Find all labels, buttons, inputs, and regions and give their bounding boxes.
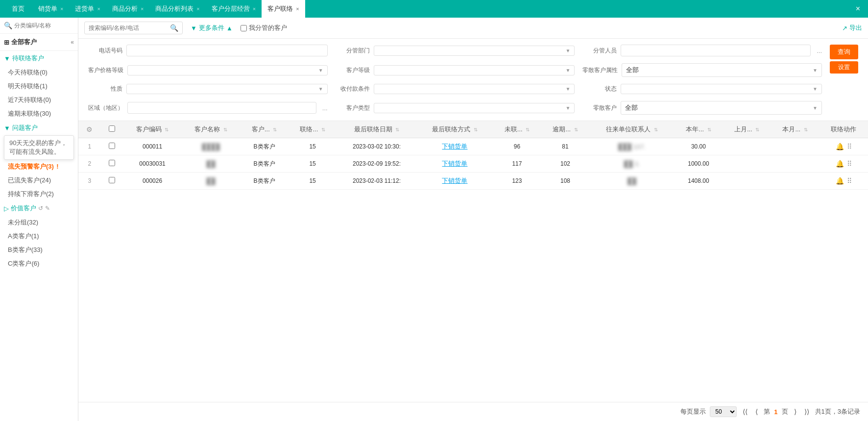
select-all-checkbox[interactable] xyxy=(109,125,115,132)
sidebar-all-customers[interactable]: ⊞ 全部客户 « xyxy=(0,34,78,51)
filter-phone-input[interactable] xyxy=(126,45,328,56)
row-action-contact-icon[interactable]: 🔔 xyxy=(836,143,844,150)
row-action-contact-icon[interactable]: 🔔 xyxy=(836,177,844,185)
nav-customer-tier-close[interactable]: × xyxy=(253,6,256,12)
sort-type-icon[interactable]: ⇅ xyxy=(273,127,277,132)
sort-this-year-icon[interactable]: ⇅ xyxy=(707,127,711,132)
nav-tab-analysis-list[interactable]: 商品分析列表 × xyxy=(149,0,205,18)
sidebar-item-classC[interactable]: C类客户(6) xyxy=(0,257,78,271)
filter-price-grade-select[interactable]: ▼ xyxy=(127,65,328,75)
sidebar-group-pending-contact[interactable]: ▼ 待联络客户 xyxy=(0,51,78,66)
row-action-more-icon[interactable]: ⠿ xyxy=(847,160,852,168)
sort-this-month-icon[interactable]: ⇅ xyxy=(804,127,808,132)
row-select-checkbox[interactable] xyxy=(109,143,115,149)
row-action-more-icon[interactable]: ⠿ xyxy=(847,143,852,150)
nav-customer-contact-close[interactable]: × xyxy=(296,6,299,12)
sidebar-item-classA[interactable]: A类客户(1) xyxy=(0,229,78,243)
last-page-button[interactable]: ⟩⟩ xyxy=(802,407,811,417)
sidebar-item-declining[interactable]: 持续下滑客户(2) xyxy=(0,187,78,201)
per-page-select[interactable]: 50 100 200 xyxy=(710,406,737,417)
sort-contact-person-icon[interactable]: ⇅ xyxy=(654,127,658,132)
sort-contact-icon[interactable]: ⇅ xyxy=(321,127,325,132)
sidebar-item-today-label: 今天待联络(0) xyxy=(8,69,48,76)
row-last-method[interactable]: 下销货单 xyxy=(417,155,493,173)
sidebar-item-week[interactable]: 近7天待联络(0) xyxy=(0,93,78,107)
export-button[interactable]: ↗ 导出 xyxy=(842,24,862,32)
row-last-method[interactable]: 下销货单 xyxy=(417,173,493,190)
row-last-method[interactable]: 下销货单 xyxy=(417,138,493,155)
my-customers-check[interactable] xyxy=(241,25,247,31)
nav-analysis-list-close[interactable]: × xyxy=(196,6,199,12)
sort-not-contacted-icon[interactable]: ⇅ xyxy=(526,127,530,132)
nav-sales-close[interactable]: × xyxy=(60,6,63,12)
sidebar-item-today[interactable]: 今天待联络(0) xyxy=(0,66,78,79)
nav-tab-home[interactable]: 首页 xyxy=(4,0,32,18)
sidebar-item-churned[interactable]: 已流失客户(24) xyxy=(0,173,78,187)
my-customers-checkbox[interactable]: 我分管的客户 xyxy=(241,24,287,32)
row-checkbox[interactable] xyxy=(101,173,123,190)
sidebar-search-input[interactable] xyxy=(14,22,78,29)
more-filters-button[interactable]: ▼ 更多条件 ▲ xyxy=(187,22,237,34)
row-select-checkbox[interactable] xyxy=(109,160,115,166)
row-last-method-link[interactable]: 下销货单 xyxy=(442,160,467,167)
filter-manager-dots[interactable]: ... xyxy=(817,47,822,54)
sidebar-group-value[interactable]: ▷ 价值客户 ↺ ✎ xyxy=(0,201,78,216)
toolbar-search-icon[interactable]: 🔍 xyxy=(170,24,178,32)
row-action-contact-icon[interactable]: 🔔 xyxy=(836,160,844,168)
col-gear[interactable]: ⚙ xyxy=(78,121,101,138)
col-checkbox[interactable] xyxy=(101,121,123,138)
arrow-right-icon: ▷ xyxy=(4,205,9,212)
sidebar-item-ungrouped[interactable]: 未分组(32) xyxy=(0,216,78,229)
nav-tab-customer-contact[interactable]: 客户联络 × xyxy=(262,0,305,18)
filter-scatter-attr-select[interactable]: 全部 ▼ xyxy=(622,63,822,77)
sort-name-icon[interactable]: ⇅ xyxy=(223,127,227,132)
filter-manager-input[interactable] xyxy=(621,45,811,56)
row-checkbox[interactable] xyxy=(101,155,123,173)
nav-tab-sales[interactable]: 销货单 × xyxy=(32,0,69,18)
nav-tab-analysis[interactable]: 商品分析 × xyxy=(106,0,149,18)
toolbar-search-input[interactable] xyxy=(89,25,167,31)
sidebar-item-overdue-contact[interactable]: 逾期未联络(30) xyxy=(0,107,78,121)
nav-analysis-close[interactable]: × xyxy=(141,6,144,12)
window-close-button[interactable]: × xyxy=(852,4,864,13)
filter-payment-select[interactable]: ▼ xyxy=(374,84,575,94)
sort-code-icon[interactable]: ⇅ xyxy=(165,127,169,132)
sort-overdue-icon[interactable]: ⇅ xyxy=(574,127,578,132)
sort-last-month-icon[interactable]: ⇅ xyxy=(755,127,759,132)
next-page-button[interactable]: ⟩ xyxy=(792,407,798,417)
settings-button[interactable]: 设置 xyxy=(830,61,858,74)
collapse-button[interactable]: « xyxy=(71,39,74,46)
row-last-month xyxy=(723,173,771,190)
first-page-button[interactable]: ⟨⟨ xyxy=(741,407,749,417)
sidebar-item-tomorrow[interactable]: 明天待联络(1) xyxy=(0,79,78,93)
nav-purchase-close[interactable]: × xyxy=(97,6,100,12)
edit-icon[interactable]: ✎ xyxy=(45,205,50,212)
sort-last-method-icon[interactable]: ⇅ xyxy=(474,127,478,132)
row-select-checkbox[interactable] xyxy=(109,177,115,183)
row-checkbox[interactable] xyxy=(101,138,123,155)
row-action-more-icon[interactable]: ⠿ xyxy=(847,177,852,185)
my-customers-label: 我分管的客户 xyxy=(249,24,287,32)
sort-last-date-icon[interactable]: ⇅ xyxy=(395,127,399,132)
filter-customer-type-select[interactable]: ▼ xyxy=(374,103,575,113)
filter-nature-select[interactable]: ▼ xyxy=(126,84,328,94)
filter-customer-grade-arrow: ▼ xyxy=(565,68,570,73)
filter-customer-grade-select[interactable]: ▼ xyxy=(374,65,575,75)
filter-region-dots[interactable]: ... xyxy=(322,104,328,112)
query-button[interactable]: 查询 xyxy=(830,45,858,59)
row-last-method-link[interactable]: 下销货单 xyxy=(442,143,467,150)
nav-tab-customer-tier[interactable]: 客户分层经营 × xyxy=(206,0,262,18)
nav-tab-purchase[interactable]: 进货单 × xyxy=(69,0,106,18)
filter-dept-select[interactable]: ▼ xyxy=(374,46,575,56)
refresh-icon[interactable]: ↺ xyxy=(38,205,43,212)
prev-page-button[interactable]: ⟨ xyxy=(753,407,760,417)
row-this-year: 30.00 xyxy=(675,138,723,155)
row-last-method-link[interactable]: 下销货单 xyxy=(442,177,467,184)
sidebar-item-churn-warning[interactable]: 流失预警客户(3) ! xyxy=(0,160,78,173)
filter-status-select[interactable]: ▼ xyxy=(621,84,822,94)
gear-icon[interactable]: ⚙ xyxy=(86,125,93,133)
sidebar-item-classB[interactable]: B类客户(33) xyxy=(0,243,78,257)
filter-region-input[interactable] xyxy=(127,102,316,114)
filter-scatter-customer-select[interactable]: 全部 ▼ xyxy=(621,101,822,115)
sidebar-group-churn[interactable]: ▼ 问题客户 xyxy=(0,121,78,135)
